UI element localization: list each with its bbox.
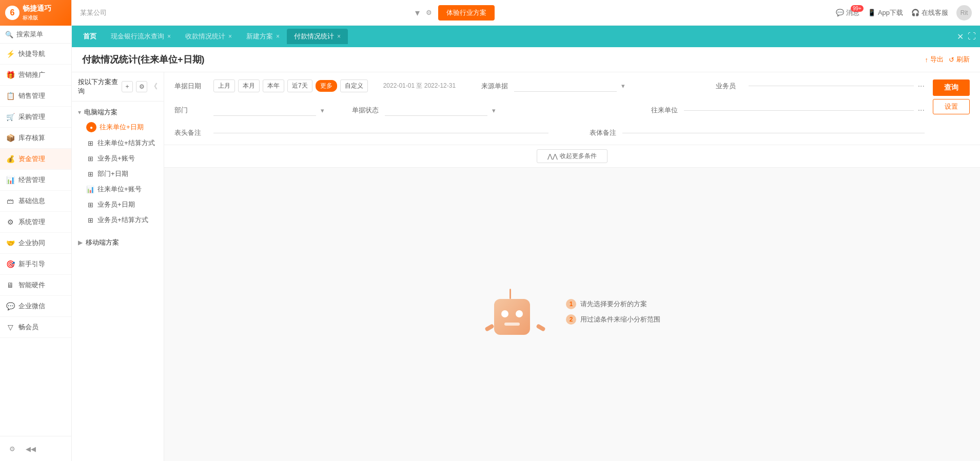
phone-icon: 📱 [868, 9, 876, 16]
app-download-btn[interactable]: 📱 App下载 [868, 8, 903, 17]
sidebar-item-member[interactable]: ▽ 畅会员 [0, 317, 71, 338]
sidebar-item-capital[interactable]: 💰 资金管理 [0, 149, 71, 170]
sidebar-item-sales[interactable]: 📋 销售管理 [0, 86, 71, 107]
scheme-table-icon: ⊞ [86, 154, 94, 163]
tab-bar: 首页 现金银行流水查询 × 收款情况统计 × 新建方案 × 付款情况统计 × ✕… [72, 26, 980, 47]
sidebar-settings-btn[interactable]: ⚙ [5, 442, 19, 456]
sidebar-item-inventory[interactable]: 📦 库存核算 [0, 128, 71, 149]
hint-num-1: 1 [566, 299, 576, 309]
tab-new-scheme[interactable]: 新建方案 × [239, 29, 287, 44]
tab-receipt-stat-close[interactable]: × [228, 33, 232, 40]
tab-home[interactable]: 首页 [76, 29, 104, 44]
sidebar-collapse-btn[interactable]: ◀◀ [24, 442, 38, 456]
trial-btn[interactable]: 体验行业方案 [438, 5, 495, 21]
scheme-item-partner-date[interactable]: ● 往来单位+日期 [72, 119, 164, 135]
tab-home-label: 首页 [83, 32, 96, 41]
sidebar-item-hardware[interactable]: 🖥 智能硬件 [0, 275, 71, 296]
topbar-dropdown-icon[interactable]: ▾ [415, 7, 420, 18]
tab-bank-flow-close[interactable]: × [167, 33, 171, 40]
user-avatar[interactable]: Rit [956, 5, 972, 21]
sidebar-item-marketing[interactable]: 🎁 营销推广 [0, 65, 71, 86]
scheme-table-icon: ⊞ [86, 170, 94, 178]
scheme-item-dept-date[interactable]: ⊞ 部门+日期 [72, 166, 164, 182]
page-title: 付款情况统计(往来单位+日期) [82, 53, 205, 66]
robot-left-arm [484, 324, 495, 332]
filter-row-dept: 部门 单据状态 [174, 105, 925, 116]
sidebar-footer: ⚙ ◀◀ [0, 436, 71, 461]
scheme-item-label: 往来单位+账号 [97, 185, 142, 194]
export-btn[interactable]: ↑ 导出 [925, 55, 944, 64]
sidebar-search[interactable]: 🔍 搜索菜单 [0, 26, 71, 44]
filter-settings-btn[interactable]: 设置 [933, 99, 970, 114]
scheme-mobile-label: 移动端方案 [86, 238, 119, 247]
tab-bank-flow[interactable]: 现金银行流水查询 × [104, 29, 178, 44]
salesman-label: 业务员 [716, 82, 744, 91]
sidebar-item-label: 采购管理 [18, 112, 45, 122]
robot-right-arm [536, 324, 546, 332]
tab-payment-stat-label: 付款情况统计 [294, 32, 334, 41]
date-btn-last-month[interactable]: 上月 [213, 79, 235, 92]
scheme-mobile-section: ▶ 移动端方案 [72, 232, 164, 253]
sidebar-item-wechat[interactable]: 💬 企业微信 [0, 296, 71, 317]
date-btn-last-7-days[interactable]: 近7天 [287, 79, 312, 92]
date-btn-this-year[interactable]: 本年 [263, 79, 284, 92]
sidebar-item-system[interactable]: ⚙ 系统管理 [0, 212, 71, 233]
scheme-panel: 按以下方案查询 + ⚙ 《 ▾ 电脑端方案 ● 往来单位+日期 [72, 72, 164, 461]
scheme-panel-header: 按以下方案查询 + ⚙ 《 [72, 72, 164, 102]
sidebar-item-label: 经营管理 [18, 175, 45, 185]
salesman-select-dots[interactable]: ··· [918, 82, 925, 91]
export-label: 导出 [930, 55, 944, 64]
sidebar-item-operation[interactable]: 📊 经营管理 [0, 170, 71, 191]
collapse-conditions-btn[interactable]: ⋀⋀ 收起更多条件 [537, 149, 607, 163]
sidebar-item-label: 畅会员 [18, 323, 38, 332]
sidebar-item-basic[interactable]: 🗃 基础信息 [0, 191, 71, 212]
topbar-gear-icon[interactable]: ⚙ [426, 9, 432, 16]
date-btn-more[interactable]: 更多 [316, 80, 337, 92]
scheme-item-partner-settlement[interactable]: ⊞ 往来单位+结算方式 [72, 135, 164, 151]
scheme-collapse-btn[interactable]: 《 [150, 82, 158, 91]
online-service-btn[interactable]: 🎧 在线客服 [911, 8, 948, 17]
partner-select-dots[interactable]: ··· [918, 106, 925, 115]
source-doc-select[interactable] [514, 81, 617, 92]
sidebar-item-enterprise[interactable]: 🤝 企业协同 [0, 233, 71, 254]
sidebar-header: 6 畅捷通巧 标准版 [0, 0, 71, 26]
scheme-item-salesman-date[interactable]: ⊞ 业务员+日期 [72, 197, 164, 212]
date-label: 单据日期 [174, 82, 203, 91]
scheme-item-partner-account[interactable]: 📊 往来单位+账号 [72, 182, 164, 197]
scheme-item-label: 业务员+账号 [97, 154, 135, 163]
doc-status-select[interactable] [385, 105, 487, 116]
scheme-add-btn[interactable]: + [122, 81, 133, 92]
dept-select[interactable] [213, 105, 316, 116]
query-btn[interactable]: 查询 [933, 79, 970, 96]
sidebar-nav: ⚡ 快捷导航 🎁 营销推广 📋 销售管理 🛒 采购管理 📦 库存核算 💰 资金管… [0, 44, 71, 436]
page-header: 付款情况统计(往来单位+日期) ↑ 导出 ↺ 刷新 [72, 47, 980, 72]
sidebar-item-purchase[interactable]: 🛒 采购管理 [0, 107, 71, 128]
scheme-settings-btn[interactable]: ⚙ [136, 81, 147, 92]
date-btn-custom[interactable]: 自定义 [340, 79, 368, 92]
scheme-item-salesman-account[interactable]: ⊞ 业务员+账号 [72, 151, 164, 166]
chevron-down-icon: ▾ [78, 109, 81, 116]
tab-receipt-stat[interactable]: 收款情况统计 × [178, 29, 239, 44]
tab-new-scheme-close[interactable]: × [276, 33, 280, 40]
body-area: 按以下方案查询 + ⚙ 《 ▾ 电脑端方案 ● 往来单位+日期 [72, 72, 980, 461]
hint-text-2: 用过滤条件来缩小分析范围 [580, 315, 660, 324]
export-icon: ↑ [925, 56, 929, 64]
scheme-section-desktop[interactable]: ▾ 电脑端方案 [72, 106, 164, 119]
sidebar-item-quick-nav[interactable]: ⚡ 快捷导航 [0, 44, 71, 65]
message-btn[interactable]: 💬 消息 99+ [836, 8, 859, 17]
hint-item-2: 2 用过滤条件来缩小分析范围 [566, 314, 660, 325]
scheme-item-salesman-settlement[interactable]: ⊞ 业务员+结算方式 [72, 212, 164, 228]
sidebar-item-label: 快捷导航 [18, 49, 45, 58]
sidebar-subtitle: 标准版 [23, 14, 51, 22]
refresh-btn[interactable]: ↺ 刷新 [949, 55, 970, 64]
tab-payment-stat[interactable]: 付款情况统计 × [287, 29, 348, 44]
tab-expand-icon[interactable]: ⛶ [968, 32, 976, 41]
operation-icon: 📊 [5, 175, 15, 185]
date-btns: 上月 本月 本年 近7天 更多 自定义 [213, 79, 368, 92]
date-btn-this-month[interactable]: 本月 [238, 79, 260, 92]
scheme-item-label: 业务员+结算方式 [97, 215, 148, 225]
tab-close-all-icon[interactable]: ✕ [957, 32, 964, 42]
tab-payment-stat-close[interactable]: × [337, 33, 341, 40]
scheme-section-mobile[interactable]: ▶ 移动端方案 [72, 236, 164, 249]
sidebar-item-guide[interactable]: 🎯 新手引导 [0, 254, 71, 275]
